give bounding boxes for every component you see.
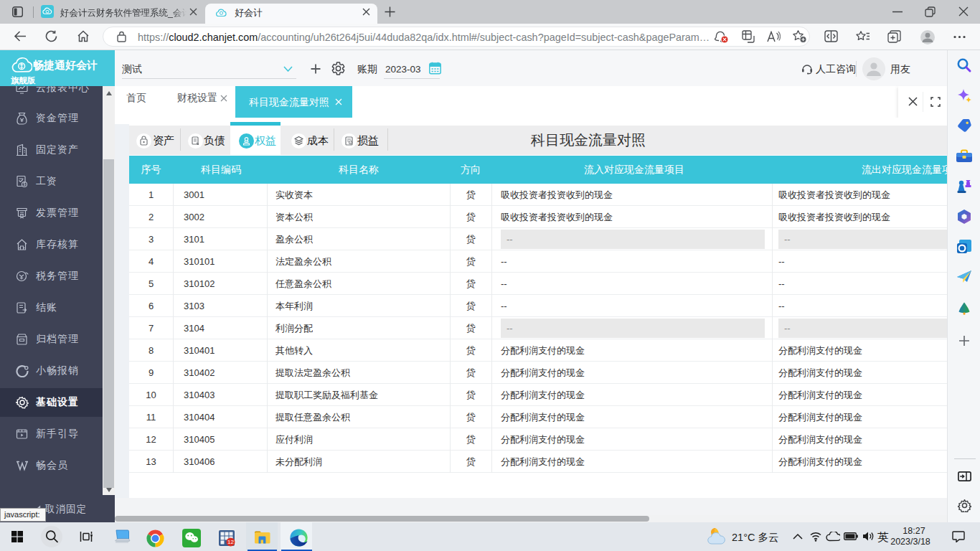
svg-text:12: 12 [227,539,234,545]
